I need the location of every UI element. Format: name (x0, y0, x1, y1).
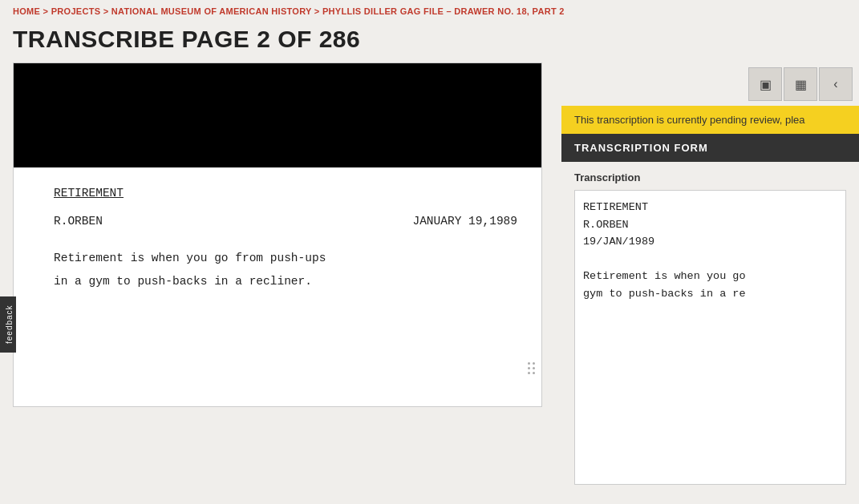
document-viewer-panel: RETIREMENT R.ORBEN JANUARY 19,1989 Retir… (0, 62, 561, 494)
document-content: RETIREMENT R.ORBEN JANUARY 19,1989 Retir… (14, 167, 541, 317)
view-double-icon: ▦ (795, 77, 807, 92)
drag-dot (533, 362, 535, 365)
page-title: TRANSCRIBE PAGE 2 OF 286 (0, 22, 859, 62)
collapse-icon: ‹ (833, 77, 837, 91)
right-panel: ▣ ▦ ‹ This transcription is currently pe… (561, 62, 859, 494)
form-header: TRANSCRIPTION FORM (561, 134, 859, 162)
document-body: Retirement is when you go from push-ups … (54, 247, 517, 293)
document-meta: R.ORBEN JANUARY 19,1989 (54, 212, 517, 232)
document-title: RETIREMENT (54, 183, 124, 204)
document-image (14, 63, 541, 167)
view-single-button[interactable]: ▣ (748, 67, 782, 101)
drag-dot (528, 362, 530, 365)
transcription-form: TRANSCRIPTION FORM Transcription RETIREM… (561, 134, 859, 494)
feedback-tab[interactable]: feedback (0, 296, 16, 353)
drag-handle[interactable] (528, 362, 535, 374)
toolbar: ▣ ▦ ‹ (561, 62, 859, 106)
notice-bar: This transcription is currently pending … (561, 106, 859, 134)
view-single-icon: ▣ (760, 77, 772, 92)
drag-dot (528, 367, 530, 369)
document-author: R.ORBEN (54, 212, 103, 232)
form-label: Transcription (574, 171, 846, 183)
document-body-line2: in a gym to push-backs in a recliner. (54, 270, 517, 293)
main-layout: RETIREMENT R.ORBEN JANUARY 19,1989 Retir… (0, 62, 859, 494)
breadcrumb-projects[interactable]: PROJECTS (51, 6, 101, 16)
drag-dot (533, 367, 535, 369)
breadcrumb-collection[interactable]: PHYLLIS DILLER GAG FILE – DRAWER NO. 18,… (322, 6, 565, 16)
form-body: Transcription RETIREMENT R.ORBEN 19/JAN/… (561, 162, 859, 494)
document-body-line1: Retirement is when you go from push-ups (54, 247, 517, 270)
breadcrumb: HOME > PROJECTS > NATIONAL MUSEUM OF AME… (0, 0, 859, 22)
drag-dot (533, 372, 535, 374)
breadcrumb-home[interactable]: HOME (13, 6, 40, 16)
view-double-button[interactable]: ▦ (784, 67, 817, 101)
collapse-button[interactable]: ‹ (819, 67, 853, 101)
drag-dot (528, 372, 530, 374)
breadcrumb-museum[interactable]: NATIONAL MUSEUM OF AMERICAN HISTORY (111, 6, 312, 16)
transcription-textarea[interactable]: RETIREMENT R.ORBEN 19/JAN/1989 Retiremen… (574, 190, 846, 485)
document-card: RETIREMENT R.ORBEN JANUARY 19,1989 Retir… (13, 62, 542, 407)
document-date: JANUARY 19,1989 (412, 212, 517, 232)
